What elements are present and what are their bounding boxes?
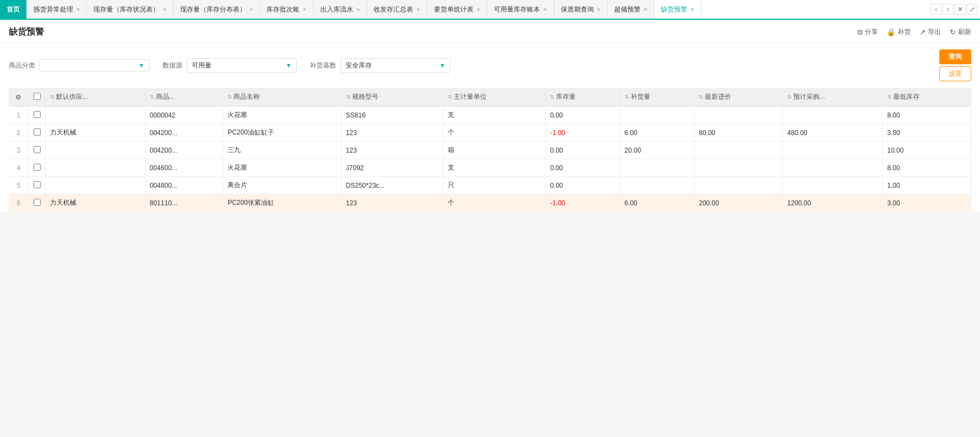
row-checkbox-cell[interactable] xyxy=(29,159,45,177)
table-row: 2 力天机械 004200... PC200油缸缸子 123 个 -1.00 6… xyxy=(9,124,971,142)
row-number: 2 xyxy=(9,124,29,142)
close-icon[interactable]: × xyxy=(691,6,694,13)
export-action[interactable]: ↗ 导出 xyxy=(920,27,941,37)
cell-estimated-purchase: 1200.00 xyxy=(783,194,883,212)
nav-prev-button[interactable]: ‹ xyxy=(931,4,942,15)
row-number: 3 xyxy=(9,142,29,159)
datasource-select[interactable]: 可用量 ▼ xyxy=(187,58,297,73)
datasource-select-value: 可用量 xyxy=(192,61,281,70)
nav-next-button[interactable]: › xyxy=(943,4,954,15)
row-checkbox[interactable] xyxy=(34,181,41,188)
cell-default-supplier xyxy=(45,142,145,159)
row-checkbox-cell[interactable] xyxy=(29,142,45,159)
cell-latest-price: 200.00 xyxy=(694,194,783,212)
share-action[interactable]: ⧉ 分享 xyxy=(858,27,878,37)
sort-icon: ⇅ xyxy=(150,94,154,100)
close-icon[interactable]: × xyxy=(76,6,80,13)
cell-unit: 箱 xyxy=(443,142,545,159)
sort-icon: ⇅ xyxy=(625,94,629,100)
tab-order-stats[interactable]: 要货单统计表 × xyxy=(427,0,487,19)
row-checkbox[interactable] xyxy=(34,111,41,118)
tab-shortage-warning[interactable]: 缺货预警 × xyxy=(654,0,701,20)
cell-product-code: 004600... xyxy=(145,159,223,177)
row-checkbox-cell[interactable] xyxy=(29,177,45,194)
settings-button[interactable]: 设置 xyxy=(939,66,971,81)
nav-expand-button[interactable]: ⤢ xyxy=(967,4,978,15)
close-icon[interactable]: × xyxy=(163,6,166,13)
close-icon[interactable]: × xyxy=(477,6,480,13)
datasource-label: 数据源 xyxy=(163,61,182,70)
select-all-checkbox[interactable] xyxy=(34,93,41,100)
page-header: 缺货预警 ⧉ 分享 🔒 补货 ↗ 导出 ↻ 刷新 xyxy=(0,20,980,43)
close-icon[interactable]: × xyxy=(644,6,647,13)
replenish-icon: 🔒 xyxy=(887,28,895,36)
replenish-base-label: 补货基数 xyxy=(310,61,336,70)
row-checkbox[interactable] xyxy=(34,199,41,206)
tab-home[interactable]: 首页 xyxy=(0,0,27,19)
cell-unit: 个 xyxy=(443,124,545,142)
nav-close-button[interactable]: ✕ xyxy=(955,4,966,15)
close-icon[interactable]: × xyxy=(597,6,600,13)
cell-unit: 个 xyxy=(443,194,545,212)
column-checkbox[interactable] xyxy=(29,88,45,107)
tab-inventory-batch[interactable]: 库存批次账 × xyxy=(260,0,313,19)
cell-estimated-purchase xyxy=(783,177,883,194)
cell-spec: DS250*23c... xyxy=(341,177,443,194)
row-checkbox-cell[interactable] xyxy=(29,194,45,212)
tab-available-ledger[interactable]: 可用量库存账本 × xyxy=(487,0,554,19)
cell-default-supplier xyxy=(45,177,145,194)
cell-latest-price xyxy=(694,177,783,194)
cell-min-stock: 1.00 xyxy=(883,177,971,194)
cell-default-supplier xyxy=(45,107,145,124)
cell-latest-price xyxy=(694,142,783,159)
cell-default-supplier xyxy=(45,159,145,177)
category-select[interactable]: ▼ xyxy=(40,59,149,71)
close-icon[interactable]: × xyxy=(303,6,306,13)
cell-product-code: 004800... xyxy=(145,177,223,194)
gear-icon[interactable]: ⚙ xyxy=(15,93,21,101)
row-checkbox[interactable] xyxy=(34,146,41,153)
tab-inout-flow[interactable]: 出入库流水 × xyxy=(314,0,367,19)
replenish-base-dropdown-icon: ▼ xyxy=(439,62,446,69)
filter-replenish-base-group: 补货基数 安全库存 ▼ xyxy=(310,58,450,73)
tab-overstock-warning[interactable]: 超储预警 × xyxy=(608,0,654,19)
query-button[interactable]: 查询 xyxy=(939,49,971,64)
row-checkbox-cell[interactable] xyxy=(29,124,45,142)
sort-icon: ⇅ xyxy=(550,94,554,100)
datasource-dropdown-icon: ▼ xyxy=(286,62,292,69)
tab-receive-send-summary[interactable]: 收发存汇总表 × xyxy=(367,0,427,19)
close-icon[interactable]: × xyxy=(249,6,253,13)
column-settings[interactable]: ⚙ xyxy=(9,88,29,107)
cell-default-supplier: 力天机械 xyxy=(45,124,145,142)
row-checkbox[interactable] xyxy=(34,128,41,136)
tab-picking-exception[interactable]: 拣货异常处理 × xyxy=(27,0,87,19)
column-default-supplier: ⇅默认供应... xyxy=(45,88,145,107)
table-container: ⚙ ⇅默认供应... ⇅商品... ⇅商品名称 ⇅规格型号 xyxy=(0,88,980,212)
tab-inventory-status[interactable]: 现存量（库存状况表） × xyxy=(87,0,173,19)
column-unit: ⇅主计量单位 xyxy=(443,88,545,107)
table-header-row: ⚙ ⇅默认供应... ⇅商品... ⇅商品名称 ⇅规格型号 xyxy=(9,88,971,107)
cell-estimated-purchase xyxy=(783,159,883,177)
close-icon[interactable]: × xyxy=(357,6,360,13)
row-checkbox-cell[interactable] xyxy=(29,107,45,124)
cell-spec: 123 xyxy=(341,194,443,212)
column-estimated-purchase: ⇅预计采购... xyxy=(783,88,883,107)
row-number: 4 xyxy=(9,159,29,177)
cell-estimated-purchase: 480.00 xyxy=(783,124,883,142)
column-stock: ⇅库存量 xyxy=(545,88,620,107)
filter-actions: 查询 设置 xyxy=(939,49,971,81)
tab-expiry-query[interactable]: 保质期查询 × xyxy=(554,0,608,19)
row-checkbox[interactable] xyxy=(34,164,41,171)
cell-min-stock: 8.00 xyxy=(883,107,971,124)
replenish-base-select[interactable]: 安全库存 ▼ xyxy=(341,58,450,73)
refresh-action[interactable]: ↻ 刷新 xyxy=(950,27,971,37)
close-icon[interactable]: × xyxy=(416,6,420,13)
tab-inventory-distribution[interactable]: 现存量（库存分布表） × xyxy=(174,0,260,19)
table-row: 5 004800... 离合片 DS250*23c... 只 0.00 1.00 xyxy=(9,177,971,194)
cell-spec: SS816 xyxy=(341,107,443,124)
cell-latest-price xyxy=(694,107,783,124)
close-icon[interactable]: × xyxy=(543,6,547,13)
replenish-action[interactable]: 🔒 补货 xyxy=(887,27,911,37)
cell-product-code: 0000042 xyxy=(145,107,223,124)
cell-min-stock: 3.00 xyxy=(883,124,971,142)
